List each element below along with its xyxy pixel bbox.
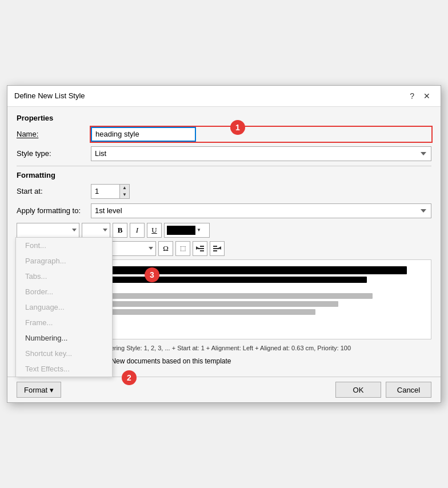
properties-section-label: Properties xyxy=(17,114,431,122)
menu-item-paragraph[interactable]: Paragraph... xyxy=(16,253,112,269)
svg-marker-19 xyxy=(218,246,221,250)
frame-button[interactable]: ⬚ xyxy=(175,241,190,256)
annotation-1: 1 xyxy=(230,120,245,135)
format-button-label: Format ▾ xyxy=(24,386,54,394)
format-button[interactable]: Format ▾ xyxy=(17,382,61,398)
title-bar-controls: ? ✕ xyxy=(406,90,434,102)
start-at-spinner: ▲ ▼ xyxy=(91,184,131,199)
radio-option-2[interactable]: New documents based on this template xyxy=(101,357,231,365)
annotation-2: 2 xyxy=(122,370,137,385)
font-color-button[interactable]: ▼ xyxy=(164,223,210,238)
name-input[interactable] xyxy=(91,127,196,142)
indent-left-icon xyxy=(195,245,205,253)
ok-button[interactable]: OK xyxy=(335,382,381,398)
svg-rect-17 xyxy=(213,248,219,249)
apply-formatting-row: Apply formatting to: 1st level xyxy=(17,203,431,218)
menu-item-frame[interactable]: Frame... xyxy=(16,315,112,330)
style-type-select[interactable]: List xyxy=(91,146,431,161)
menu-item-tabs[interactable]: Tabs... xyxy=(16,269,112,284)
svg-rect-16 xyxy=(213,246,217,247)
close-button[interactable]: ✕ xyxy=(420,90,434,102)
svg-marker-15 xyxy=(196,246,199,250)
name-row: Name: xyxy=(17,127,431,142)
svg-rect-18 xyxy=(213,250,217,251)
underline-button[interactable]: U xyxy=(147,223,162,238)
size-select[interactable] xyxy=(82,223,110,238)
svg-rect-13 xyxy=(198,248,204,249)
menu-item-shortcut[interactable]: Shortcut key... xyxy=(16,346,112,361)
title-bar: Define New List Style ? ✕ xyxy=(7,86,441,107)
svg-rect-14 xyxy=(200,250,204,251)
divider-1 xyxy=(17,166,431,166)
omega-button[interactable]: Ω xyxy=(158,241,173,256)
name-input-wrapper xyxy=(91,127,431,142)
spin-down-button[interactable]: ▼ xyxy=(120,191,129,198)
start-at-label: Start at: xyxy=(17,187,91,195)
name-label: Name: xyxy=(17,130,91,138)
start-at-input[interactable] xyxy=(91,184,119,199)
spin-buttons: ▲ ▼ xyxy=(119,184,130,199)
menu-item-font[interactable]: Font... xyxy=(16,238,112,253)
start-at-row: Start at: ▲ ▼ xyxy=(17,184,431,199)
svg-rect-12 xyxy=(200,246,204,247)
help-button[interactable]: ? xyxy=(406,90,418,102)
indent-right-button[interactable] xyxy=(210,241,225,256)
spin-up-button[interactable]: ▲ xyxy=(120,185,129,191)
cancel-button[interactable]: Cancel xyxy=(386,382,431,398)
font-toolbar: B I U ▼ xyxy=(17,223,431,238)
italic-button[interactable]: I xyxy=(130,223,145,238)
menu-item-border[interactable]: Border... xyxy=(16,284,112,299)
dialog-title: Define New List Style xyxy=(14,91,85,100)
style-type-label: Style type: xyxy=(17,149,91,158)
indent-right-icon xyxy=(213,245,222,253)
color-swatch xyxy=(167,226,195,235)
menu-item-language[interactable]: Language... xyxy=(16,299,112,315)
format-dropdown-menu: Font... Paragraph... Tabs... Border... L… xyxy=(15,237,113,377)
formatting-section-label: Formatting xyxy=(17,171,431,179)
bottom-bar: Format ▾ OK Cancel xyxy=(7,377,441,402)
apply-to-select[interactable]: 1st level xyxy=(91,203,431,218)
dialog-define-new-list-style: Define New List Style ? ✕ Properties Nam… xyxy=(7,85,441,403)
menu-item-numbering[interactable]: Numbering... xyxy=(16,330,112,346)
bold-button[interactable]: B xyxy=(113,223,127,238)
style-type-row: Style type: List xyxy=(17,146,431,161)
color-dropdown-arrow: ▼ xyxy=(197,227,201,233)
ok-cancel-group: OK Cancel xyxy=(335,382,431,398)
radio-label-2: New documents based on this template xyxy=(111,357,231,365)
font-select[interactable] xyxy=(17,223,79,238)
indent-left-button[interactable] xyxy=(193,241,207,256)
menu-item-text-effects[interactable]: Text Effects... xyxy=(16,361,112,377)
annotation-3: 3 xyxy=(145,267,159,282)
apply-to-label: Apply formatting to: xyxy=(17,206,91,215)
